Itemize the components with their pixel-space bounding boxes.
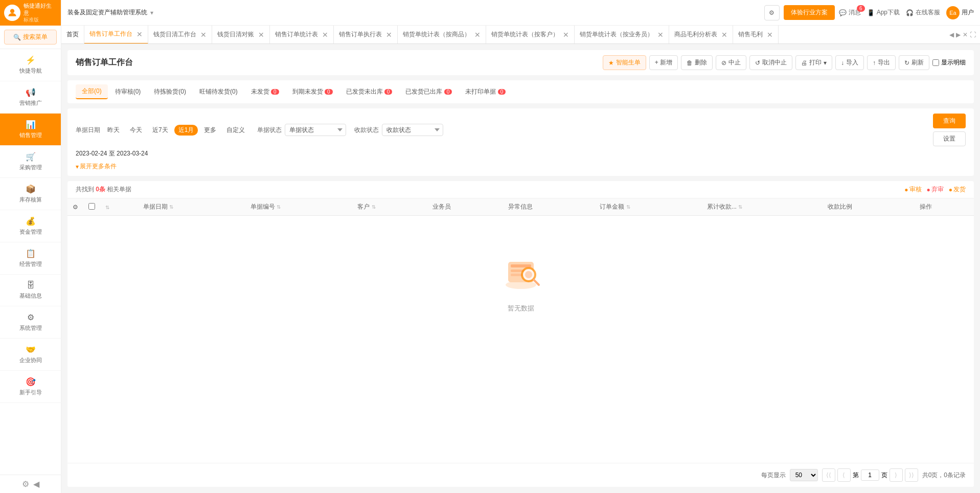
tab-close-icon[interactable]: ✕ [200, 31, 207, 39]
filter-tab-not-printed[interactable]: 未打印单据 0 [459, 85, 512, 99]
cancel-review-action-button[interactable]: ● 弃审 [927, 185, 944, 194]
search-menu-button[interactable]: 🔍 搜索菜单 [4, 30, 57, 44]
tab-close-icon[interactable]: ✕ [721, 31, 727, 39]
filter-tab-pending-review[interactable]: 待审核(0) [109, 85, 147, 99]
sort-number-icon: ⇅ [277, 204, 281, 210]
last-page-button[interactable]: ⟩⟩ [905, 468, 918, 482]
enterprise-label: 企业协同 [19, 356, 42, 364]
topbar-system-title: 装备及固定资产辅助管理系统 ▾ [67, 8, 760, 17]
set-button[interactable]: 设置 [933, 131, 966, 146]
payment-filter-select[interactable]: 收款状态 [382, 124, 443, 136]
tab-label: 销货单统计表（按客户） [491, 30, 559, 39]
next-page-button[interactable]: ⟩ [890, 468, 903, 482]
main-area: 装备及固定资产辅助管理系统 ▾ ⚙ 体验行业方案 💬 消息 6 📱 App下载 … [61, 0, 980, 493]
review-action-button[interactable]: ● 审核 [904, 185, 921, 194]
show-detail-checkbox[interactable] [932, 59, 939, 66]
tab-close-icon[interactable]: ✕ [136, 30, 143, 38]
tab-sales-order-workbench[interactable]: 销售订单工作台 ✕ [84, 26, 148, 44]
system-label: 系统管理 [19, 324, 42, 332]
tabbar-more-button[interactable]: ◀ ▶ ✕ ⛶ [945, 31, 980, 38]
show-detail-checkbox-label[interactable]: 显示明细 [932, 58, 966, 67]
date-btn-custom[interactable]: 自定义 [222, 124, 249, 136]
industry-solution-button[interactable]: 体验行业方案 [784, 5, 835, 20]
th-customer[interactable]: 客户 ⇅ [352, 198, 427, 216]
sidebar-item-guide[interactable]: 🎯 新手引导 [0, 371, 61, 403]
new-button[interactable]: + 新增 [649, 55, 678, 70]
date-btn-more[interactable]: 更多 [200, 124, 220, 136]
tab-close-icon[interactable]: ✕ [258, 31, 264, 39]
th-status[interactable]: ⇅ [100, 198, 138, 216]
tab-sales-order-stats[interactable]: 销售订单统计表 ✕ [270, 26, 334, 44]
date-range-row: 2023-02-24 至 2023-03-24 [76, 149, 966, 158]
first-page-button[interactable]: ⟨⟨ [822, 468, 835, 482]
sidebar-item-finance[interactable]: 💰 资金管理 [0, 210, 61, 242]
tab-close-icon[interactable]: ✕ [474, 31, 481, 39]
date-btn-7days[interactable]: 近7天 [148, 124, 172, 136]
tab-close-icon[interactable]: ✕ [657, 31, 664, 39]
tab-product-margin[interactable]: 商品毛利分析表 ✕ [669, 26, 733, 44]
tab-sales-stats-customer[interactable]: 销货单统计表（按客户） ✕ [486, 26, 575, 44]
th-amount[interactable]: 订单金额 ⇅ [595, 198, 702, 216]
filter-tab-all[interactable]: 全部(0) [76, 84, 108, 99]
sidebar-item-operations[interactable]: 📋 经营管理 [0, 242, 61, 275]
expand-filter-button[interactable]: ▾ 展开更多条件 [76, 162, 966, 171]
query-button[interactable]: 查询 [933, 114, 966, 128]
page-number-input[interactable] [861, 469, 879, 481]
filter-tab-pending-check[interactable]: 待拣验货(0) [148, 85, 192, 99]
tab-label: 销售毛利 [738, 30, 763, 39]
online-service-button[interactable]: 🎧 在线客服 [906, 8, 940, 17]
sidebar-item-enterprise[interactable]: 🤝 企业协同 [0, 339, 61, 371]
refresh-button[interactable]: ↻ 刷新 [899, 55, 929, 70]
tab-close-icon[interactable]: ✕ [386, 31, 392, 39]
tab-close-icon[interactable]: ✕ [767, 31, 773, 39]
sidebar-item-inventory[interactable]: 📦 库存核算 [0, 178, 61, 210]
ship-action-button[interactable]: ● 发货 [949, 185, 966, 194]
filter-tab-wangpu-pending[interactable]: 旺铺待发货(0) [193, 85, 244, 99]
filter-tab-shipped-out[interactable]: 已发货已出库 0 [399, 85, 458, 99]
th-salesman: 业务员 [427, 198, 503, 216]
date-btn-today[interactable]: 今天 [126, 124, 146, 136]
date-btn-yesterday[interactable]: 昨天 [103, 124, 124, 136]
topbar-settings-button[interactable]: ⚙ [764, 5, 780, 20]
delete-button[interactable]: 🗑 删除 [681, 55, 713, 70]
smart-create-button[interactable]: ★ 智能生单 [603, 55, 646, 70]
import-button[interactable]: ↓ 导入 [835, 55, 864, 70]
select-all-checkbox[interactable] [88, 203, 95, 210]
date-btn-1month[interactable]: 近1月 [174, 125, 198, 136]
filter-tab-not-shipped[interactable]: 未发货 0 [245, 85, 285, 99]
user-menu[interactable]: Ea 用户 [946, 6, 974, 19]
prev-page-button[interactable]: ⟨ [837, 468, 851, 482]
table-info-bar: 共找到 0条 相关单据 ● 审核 ● 弃审 ● 发货 [67, 181, 974, 198]
tab-sales-stats-staff[interactable]: 销货单统计表（按业务员） ✕ [575, 26, 669, 44]
tab-close-icon[interactable]: ✕ [563, 31, 569, 39]
tab-cash-reconcile[interactable]: 钱货日清对账 ✕ [212, 26, 270, 44]
sidebar-item-sales[interactable]: 📊 销售管理 [0, 114, 61, 146]
tab-label: 销售订单执行表 [339, 30, 382, 39]
cancel-stop-button[interactable]: ↺ 取消中止 [749, 55, 792, 70]
filter-tab-shipped-not-out[interactable]: 已发货未出库 0 [340, 85, 399, 99]
tab-cash-daily[interactable]: 钱货日清工作台 ✕ [148, 26, 212, 44]
sidebar-item-quick-nav[interactable]: ⚡ 快捷导航 [0, 49, 61, 81]
app-download-button[interactable]: 📱 App下载 [867, 8, 900, 17]
tab-sales-stats-product[interactable]: 销货单统计表（按商品） ✕ [398, 26, 486, 44]
filter-tab-overdue-not-shipped[interactable]: 到期未发货 0 [286, 85, 339, 99]
th-collected[interactable]: 累计收款... ⇅ [702, 198, 823, 216]
sidebar-settings-button[interactable]: ⚙ [22, 479, 29, 489]
status-filter-select[interactable]: 单据状态 [285, 124, 346, 136]
th-date[interactable]: 单据日期 ⇅ [138, 198, 245, 216]
th-number[interactable]: 单据编号 ⇅ [245, 198, 353, 216]
sidebar-item-marketing[interactable]: 📢 营销推广 [0, 81, 61, 114]
tab-close-icon[interactable]: ✕ [322, 31, 328, 39]
tab-home[interactable]: 首页 [61, 26, 84, 44]
sidebar-item-purchase[interactable]: 🛒 采购管理 [0, 146, 61, 178]
sidebar-item-basic[interactable]: 🗄 基础信息 [0, 275, 61, 306]
export-button[interactable]: ↑ 导出 [867, 55, 896, 70]
sidebar-item-system[interactable]: ⚙ 系统管理 [0, 306, 61, 339]
sidebar-collapse-button[interactable]: ◀ [33, 479, 39, 489]
tab-sales-profit[interactable]: 销售毛利 ✕ [733, 26, 779, 44]
message-badge[interactable]: 💬 消息 6 [839, 8, 861, 17]
stop-button[interactable]: ⊘ 中止 [716, 55, 746, 70]
page-size-select[interactable]: 50 10 20 100 [790, 469, 818, 481]
tab-sales-order-exec[interactable]: 销售订单执行表 ✕ [334, 26, 398, 44]
print-button[interactable]: 🖨 打印 ▾ [795, 55, 832, 70]
